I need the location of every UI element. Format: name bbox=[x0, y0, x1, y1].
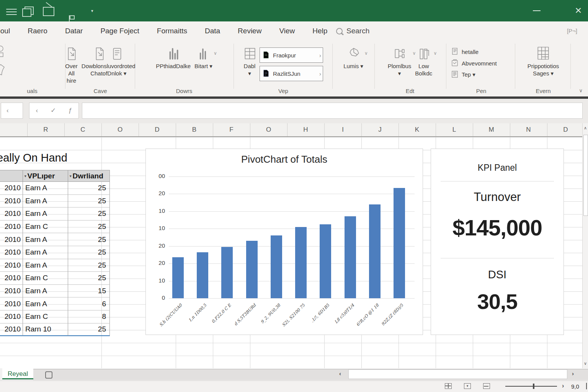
table-cell[interactable]: 2010 bbox=[0, 323, 23, 336]
table-cell[interactable]: 2010 bbox=[0, 195, 23, 208]
zoom-level[interactable]: 9,0 bbox=[571, 383, 579, 390]
table-cell[interactable]: 8 bbox=[68, 310, 110, 323]
column-header-D-14[interactable]: D bbox=[547, 123, 584, 136]
scroll-up-icon[interactable]: ∧ bbox=[583, 126, 588, 131]
name-box[interactable]: ‹ bbox=[1, 103, 23, 119]
edit-icon[interactable] bbox=[43, 7, 54, 16]
kpi-panel[interactable]: KPI Panel Turnover$145,000DSI30,5 bbox=[431, 149, 564, 335]
pivot-table[interactable]: ▾VPLıper▾Dwrliand2010Earn A252010Earn A2… bbox=[0, 170, 110, 336]
menu-tab-formaitts[interactable]: Formaitts bbox=[157, 27, 187, 35]
vertical-scroll-thumb[interactable] bbox=[583, 135, 588, 216]
column-header-L-11[interactable]: L bbox=[436, 123, 473, 136]
filter-icon[interactable]: ▾ bbox=[70, 174, 72, 178]
scroll-left-icon[interactable]: ‹ bbox=[339, 370, 341, 377]
table-cell[interactable]: Earn A bbox=[23, 259, 68, 272]
table-cell[interactable]: Earn A bbox=[23, 246, 68, 259]
table-cell[interactable]: 25 bbox=[68, 182, 110, 195]
column-header-O-2[interactable]: O bbox=[101, 123, 139, 136]
dropdown-caret-icon[interactable]: ▾ bbox=[91, 8, 93, 13]
table-cell[interactable]: Earn A bbox=[23, 285, 68, 298]
zoom-in-icon[interactable]: › bbox=[562, 382, 564, 389]
column-header-H-7[interactable]: H bbox=[287, 123, 324, 136]
scroll-right-icon[interactable]: › bbox=[572, 370, 574, 377]
copy-icon[interactable] bbox=[24, 7, 34, 15]
table-cell[interactable]: 25 bbox=[68, 323, 110, 336]
menu-tab-datar[interactable]: Datar bbox=[65, 27, 83, 35]
table-cell[interactable]: 25 bbox=[68, 246, 110, 259]
table-cell[interactable]: 2010 bbox=[0, 297, 23, 310]
page-break-view-icon[interactable] bbox=[483, 383, 490, 389]
pivot-chart[interactable]: PivotChart of Totals 002010102020100S,h … bbox=[145, 149, 423, 335]
close-button[interactable]: × bbox=[575, 5, 582, 15]
ribbon-button-abvevomnent[interactable]: Abvevomnent bbox=[449, 57, 497, 69]
ribbon-button-prippotiotios-sages[interactable]: PrippotiotiosSages ▾ bbox=[528, 44, 559, 77]
menu-tab-data[interactable]: Data bbox=[205, 27, 220, 35]
sheet-tab-reyeal[interactable]: Reyeal bbox=[2, 368, 33, 379]
enter-icon[interactable]: ✓ bbox=[51, 103, 56, 118]
ribbon-box-razlitsjun[interactable]: RazlitSJun› bbox=[260, 66, 323, 81]
column-header-R-0[interactable]: R bbox=[27, 123, 64, 136]
table-cell[interactable]: Earn A bbox=[23, 207, 68, 220]
table-cell[interactable]: 25 bbox=[68, 220, 110, 234]
zoom-slider-handle[interactable] bbox=[533, 384, 534, 389]
page-layout-view-icon[interactable]: ▾ bbox=[464, 383, 471, 389]
column-header-O-6[interactable]: O bbox=[250, 123, 287, 136]
table-header-cell[interactable] bbox=[0, 170, 23, 182]
menu-tab-review[interactable]: Review bbox=[238, 27, 261, 35]
fx-icon[interactable]: ƒ bbox=[69, 103, 72, 118]
horizontal-scrollbar[interactable]: ‹ › bbox=[337, 369, 586, 379]
normal-view-icon[interactable] bbox=[445, 383, 452, 389]
table-cell[interactable]: Earn A bbox=[23, 297, 68, 310]
table-cell[interactable]: 2010 bbox=[0, 246, 23, 259]
ribbon-button-hetalle[interactable]: hetalle bbox=[449, 46, 479, 57]
ribbon-button-plomlbus[interactable]: Plomlbus▾∨ bbox=[388, 44, 412, 77]
column-header-I-8[interactable]: I bbox=[324, 123, 361, 136]
horizontal-scroll-track[interactable] bbox=[348, 369, 567, 379]
ribbon-button-lumis-btn[interactable]: Lumis ▾∨ bbox=[343, 44, 363, 70]
ribbon-box-fraokpur[interactable]: Fraokpur› bbox=[260, 47, 323, 63]
table-cell[interactable]: 2010 bbox=[0, 285, 23, 298]
menu-tab-page-foject[interactable]: Page Foject bbox=[100, 27, 139, 35]
menu-tab-view[interactable]: View bbox=[279, 27, 295, 35]
column-header-J-9[interactable]: J bbox=[361, 123, 399, 136]
ribbon-button-over-all-hire[interactable]: Over Allhire bbox=[65, 44, 78, 84]
vertical-scrollbar[interactable]: ∧ ∨ bbox=[582, 123, 588, 368]
filter-icon[interactable]: ▾ bbox=[24, 174, 26, 178]
table-header-cell[interactable]: ▾VPLıper bbox=[23, 170, 68, 182]
ribbon-button-bitart[interactable]: Bitart ▾∨ bbox=[194, 44, 212, 70]
column-header-F-5[interactable]: F bbox=[213, 123, 250, 136]
table-cell[interactable]: 25 bbox=[68, 207, 110, 220]
zoom-slider-track[interactable] bbox=[505, 386, 557, 387]
hamburger-icon[interactable] bbox=[6, 7, 17, 17]
table-cell[interactable]: 25 bbox=[68, 259, 110, 272]
table-header-cell[interactable]: ▾Dwrliand bbox=[68, 170, 110, 182]
share-button[interactable]: [P¬] bbox=[567, 28, 577, 34]
search-box[interactable]: Search bbox=[336, 21, 369, 41]
ribbon-button-low-bolkdc[interactable]: LowBolkdc∨ bbox=[415, 44, 432, 77]
table-cell[interactable]: Earn C bbox=[23, 272, 68, 285]
column-header-M-12[interactable]: M bbox=[473, 123, 510, 136]
table-cell[interactable]: Earn A bbox=[23, 195, 68, 208]
minimize-button[interactable] bbox=[533, 7, 541, 11]
expand-icon[interactable]: › bbox=[319, 70, 321, 77]
ribbon-button-tep[interactable]: Tep ▾ bbox=[449, 69, 475, 80]
table-cell[interactable]: 2010 bbox=[0, 207, 23, 220]
ribbon-button-pphiaddalke[interactable]: PPthiadDalke bbox=[156, 44, 191, 70]
table-cell[interactable]: 25 bbox=[68, 233, 110, 246]
ribbon-button-dabl[interactable]: Dabl▾ bbox=[243, 44, 256, 77]
table-cell[interactable]: 2010 bbox=[0, 233, 23, 246]
column-header-D-3[interactable]: D bbox=[139, 123, 176, 136]
menu-tab-dioul[interactable]: dioul bbox=[0, 27, 10, 35]
column-header-C-1[interactable]: C bbox=[64, 123, 101, 136]
table-cell[interactable]: 2010 bbox=[0, 259, 23, 272]
column-header-K-10[interactable]: K bbox=[399, 123, 436, 136]
cancel-icon[interactable]: ‹ bbox=[36, 103, 38, 118]
menu-tab-raero[interactable]: Raero bbox=[28, 27, 47, 35]
table-cell[interactable]: Earn C bbox=[23, 220, 68, 234]
table-cell[interactable]: Earn A bbox=[23, 233, 68, 246]
column-header-N-13[interactable]: N bbox=[510, 123, 547, 136]
table-cell[interactable]: 2010 bbox=[0, 220, 23, 234]
expand-icon[interactable]: › bbox=[319, 52, 321, 59]
table-cell[interactable]: 2010 bbox=[0, 310, 23, 323]
table-cell[interactable]: Earn C bbox=[23, 310, 68, 323]
